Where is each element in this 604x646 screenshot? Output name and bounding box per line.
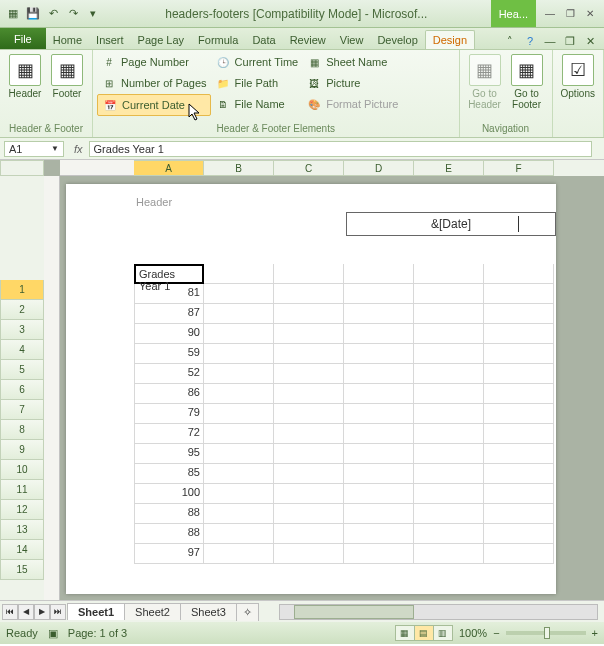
row-header-10[interactable]: 10	[0, 460, 44, 480]
tab-view[interactable]: View	[333, 31, 371, 49]
row-header-1[interactable]: 1	[0, 280, 44, 300]
file-path-button[interactable]: 📁File Path	[211, 73, 303, 93]
undo-icon[interactable]: ↶	[44, 5, 62, 23]
cell[interactable]	[344, 384, 414, 404]
cell[interactable]	[484, 264, 554, 284]
row-header-15[interactable]: 15	[0, 560, 44, 580]
row-header-4[interactable]: 4	[0, 340, 44, 360]
cell[interactable]	[274, 424, 344, 444]
minimize-button[interactable]: —	[542, 6, 558, 22]
row-header-3[interactable]: 3	[0, 320, 44, 340]
cell[interactable]	[204, 284, 274, 304]
cell[interactable]	[484, 344, 554, 364]
number-of-pages-button[interactable]: ⊞Number of Pages	[97, 73, 211, 93]
col-header-d[interactable]: D	[344, 160, 414, 176]
restore-button[interactable]: ❐	[562, 6, 578, 22]
cell[interactable]	[484, 464, 554, 484]
cell[interactable]: 85	[134, 464, 204, 484]
cell[interactable]	[274, 524, 344, 544]
cell[interactable]	[274, 444, 344, 464]
cell[interactable]	[204, 264, 274, 284]
cell[interactable]: 59	[134, 344, 204, 364]
cell[interactable]	[484, 444, 554, 464]
cell[interactable]	[414, 324, 484, 344]
view-normal-button[interactable]: ▦	[395, 625, 415, 641]
macro-record-icon[interactable]: ▣	[48, 627, 58, 640]
cell[interactable]	[484, 404, 554, 424]
cell[interactable]	[204, 344, 274, 364]
cell[interactable]	[484, 284, 554, 304]
tab-formulas[interactable]: Formula	[191, 31, 245, 49]
cell[interactable]	[274, 304, 344, 324]
cell[interactable]	[414, 484, 484, 504]
cell[interactable]	[344, 484, 414, 504]
cell[interactable]	[414, 384, 484, 404]
cell[interactable]	[344, 344, 414, 364]
doc-restore-icon[interactable]: ❐	[562, 33, 578, 49]
header-right-box[interactable]: &[Date]	[346, 212, 556, 236]
cell[interactable]	[344, 304, 414, 324]
cell[interactable]	[274, 464, 344, 484]
col-header-e[interactable]: E	[414, 160, 484, 176]
picture-button[interactable]: 🖼Picture	[302, 73, 402, 93]
save-icon[interactable]: 💾	[24, 5, 42, 23]
sheet-tab-2[interactable]: Sheet2	[124, 603, 181, 620]
cell[interactable]	[414, 444, 484, 464]
cell[interactable]	[274, 324, 344, 344]
cell[interactable]	[344, 284, 414, 304]
row-header-8[interactable]: 8	[0, 420, 44, 440]
row-header-9[interactable]: 9	[0, 440, 44, 460]
fx-label[interactable]: fx	[68, 143, 89, 155]
cell[interactable]: 100	[134, 484, 204, 504]
cell[interactable]: 95	[134, 444, 204, 464]
cell[interactable]	[274, 264, 344, 284]
cell[interactable]	[484, 304, 554, 324]
cell[interactable]	[344, 364, 414, 384]
zoom-out-button[interactable]: −	[493, 627, 499, 639]
col-header-c[interactable]: C	[274, 160, 344, 176]
sheet-tab-1[interactable]: Sheet1	[67, 603, 125, 620]
cell[interactable]: 52	[134, 364, 204, 384]
cell[interactable]	[484, 384, 554, 404]
cell[interactable]	[414, 404, 484, 424]
cell[interactable]	[344, 424, 414, 444]
cell[interactable]	[414, 304, 484, 324]
cell[interactable]	[274, 364, 344, 384]
cell[interactable]	[204, 324, 274, 344]
file-name-button[interactable]: 🗎File Name	[211, 94, 303, 114]
current-date-button[interactable]: 📅Current Date	[97, 94, 211, 116]
cell[interactable]	[414, 544, 484, 564]
cell[interactable]	[204, 544, 274, 564]
tab-nav-first[interactable]: ⏮	[2, 604, 18, 620]
cell[interactable]: 88	[134, 504, 204, 524]
cell[interactable]: 97	[134, 544, 204, 564]
cell[interactable]	[204, 524, 274, 544]
ribbon-minimize-icon[interactable]: ˄	[502, 33, 518, 49]
row-header-6[interactable]: 6	[0, 380, 44, 400]
footer-button[interactable]: ▦ Footer	[46, 52, 88, 101]
cell[interactable]	[274, 404, 344, 424]
goto-header-button[interactable]: ▦ Go to Header	[464, 52, 506, 112]
doc-close-icon[interactable]: ✕	[582, 33, 598, 49]
cell[interactable]	[204, 384, 274, 404]
cell[interactable]	[414, 344, 484, 364]
cell[interactable]	[274, 544, 344, 564]
cell[interactable]	[414, 284, 484, 304]
cell[interactable]	[344, 524, 414, 544]
cell[interactable]	[204, 484, 274, 504]
page-number-button[interactable]: #Page Number	[97, 52, 211, 72]
cell[interactable]	[414, 364, 484, 384]
zoom-slider[interactable]	[506, 631, 586, 635]
tab-data[interactable]: Data	[245, 31, 282, 49]
cell[interactable]	[344, 404, 414, 424]
cell[interactable]: 79	[134, 404, 204, 424]
cell[interactable]	[344, 544, 414, 564]
tab-nav-last[interactable]: ⏭	[50, 604, 66, 620]
cell[interactable]	[484, 424, 554, 444]
cell[interactable]	[484, 504, 554, 524]
tab-page-layout[interactable]: Page Lay	[131, 31, 191, 49]
name-box[interactable]: A1▼	[4, 141, 64, 157]
sheet-name-button[interactable]: ▦Sheet Name	[302, 52, 402, 72]
format-picture-button[interactable]: 🎨Format Picture	[302, 94, 402, 114]
row-header-13[interactable]: 13	[0, 520, 44, 540]
